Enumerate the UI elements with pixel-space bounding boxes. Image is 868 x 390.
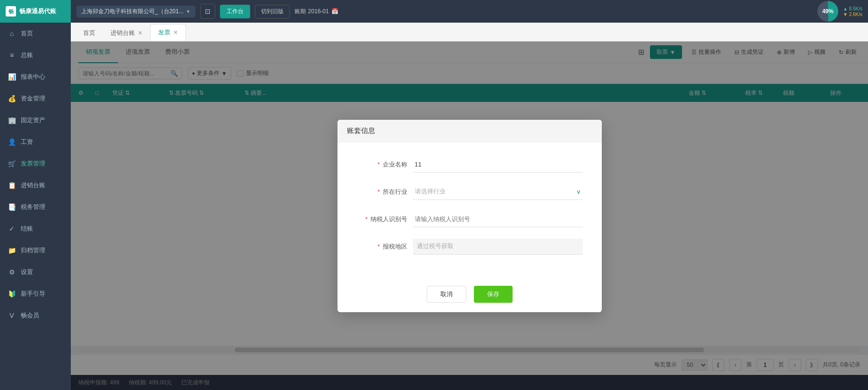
- industry-label: * 所在行业: [356, 188, 413, 196]
- sidebar-item-label: 新手引导: [21, 290, 45, 298]
- sidebar-item-label: 工资: [21, 138, 33, 146]
- sidebar-item-label: 报表中心: [21, 73, 45, 81]
- tab-home-label: 首页: [83, 29, 95, 37]
- sidebar-item-assets[interactable]: 🏢 固定资产: [0, 109, 71, 131]
- company-selector[interactable]: 上海卯金刀电子科技有限公司_（台201... ▼: [76, 6, 195, 17]
- sidebar-item-archive[interactable]: 📁 归档管理: [0, 240, 71, 261]
- tab-close-icon[interactable]: ✕: [138, 30, 143, 36]
- sidebar-nav: ⌂ 首页 ≡ 总账 📊 报表中心 💰 资金管理 🏢 固定资产 👤 工资 🛒 发票…: [0, 23, 71, 390]
- print-icon: ⊡: [205, 8, 211, 15]
- sidebar-item-sales-ledger[interactable]: 📋 进销台账: [0, 174, 71, 196]
- guide-icon: 🔰: [8, 290, 16, 298]
- company-name: 上海卯金刀电子科技有限公司_（台201...: [81, 8, 184, 16]
- tab-invoice[interactable]: 发票 ✕: [150, 24, 186, 41]
- sidebar-item-label: 固定资产: [21, 116, 45, 124]
- industry-select[interactable]: 请选择行业 ∨: [413, 184, 583, 200]
- content-area: 销项发票 进项发票 费用小票 ⊞ 取票 ▼ ☰ 批量操作 ⊟: [71, 41, 868, 390]
- sidebar-item-label: 畅会员: [21, 311, 39, 320]
- app-name: 畅康通易代账: [19, 7, 56, 16]
- form-row-tax-region: * 报税地区 通过税号获取: [356, 239, 583, 255]
- tabs-bar: 首页 进销台账 ✕ 发票 ✕: [71, 23, 868, 41]
- tax-id-input[interactable]: [413, 211, 583, 227]
- top-header: 上海卯金刀电子科技有限公司_（台201... ▼ ⊡ 工作台 切到旧版 账期 2…: [71, 0, 868, 23]
- sales-ledger-icon: 📋: [8, 182, 16, 189]
- sidebar-item-vip[interactable]: V 畅会员: [0, 305, 71, 326]
- tax-region-input: 通过税号获取: [413, 239, 583, 255]
- home-icon: ⌂: [8, 30, 16, 37]
- modal-footer: 取消 保存: [337, 280, 602, 312]
- modal-body: * 企业名称 * 所在行业 请选择行业 ∨: [337, 142, 602, 280]
- close-period-icon: ✓: [8, 225, 16, 232]
- download-speed: ▼ 2.6K/s: [843, 12, 862, 17]
- period-value: 2016-01: [308, 8, 329, 15]
- cancel-button[interactable]: 取消: [427, 286, 466, 303]
- invoice-icon: 🛒: [8, 160, 16, 167]
- sidebar-item-label: 发票管理: [21, 159, 45, 168]
- tab-home[interactable]: 首页: [76, 25, 103, 41]
- form-row-company-name: * 企业名称: [356, 157, 583, 173]
- company-name-label: * 企业名称: [356, 160, 413, 169]
- form-row-tax-id: * 纳税人识别号: [356, 211, 583, 227]
- industry-placeholder: 请选择行业: [415, 187, 446, 196]
- progress-pct: 49%: [822, 8, 834, 15]
- modal-title: 账套信息: [337, 120, 602, 142]
- tab-close-icon[interactable]: ✕: [173, 29, 178, 36]
- sidebar-item-label: 结账: [21, 224, 33, 233]
- sidebar-item-ledger[interactable]: ≡ 总账: [0, 44, 71, 66]
- settings-icon: ⚙: [8, 268, 16, 276]
- sidebar-item-home[interactable]: ⌂ 首页: [0, 23, 71, 44]
- sidebar-item-label: 首页: [21, 29, 33, 38]
- network-speed: ▲ 8.5K/s ▼ 2.6K/s: [843, 6, 862, 17]
- modal-overlay: 账套信息 * 企业名称 * 所在行: [71, 41, 868, 390]
- progress-circle: 49%: [817, 1, 838, 22]
- sidebar-item-payroll[interactable]: 👤 工资: [0, 131, 71, 153]
- tax-icon: 📑: [8, 203, 16, 211]
- sidebar-item-funds[interactable]: 💰 资金管理: [0, 88, 71, 109]
- sidebar-item-guide[interactable]: 🔰 新手引导: [0, 283, 71, 305]
- vip-icon: V: [8, 312, 16, 319]
- tab-sales-label: 进销台账: [110, 29, 135, 37]
- archive-icon: 📁: [8, 247, 16, 254]
- sidebar-item-label: 设置: [21, 268, 33, 276]
- tab-invoice-label: 发票: [158, 28, 170, 37]
- calendar-icon: 📅: [331, 8, 338, 15]
- assets-icon: 🏢: [8, 116, 16, 124]
- app-logo: 畅 畅康通易代账: [0, 0, 71, 23]
- sidebar-item-label: 资金管理: [21, 94, 45, 103]
- workbench-button[interactable]: 工作台: [220, 5, 250, 18]
- sidebar-item-settings[interactable]: ⚙ 设置: [0, 261, 71, 283]
- sidebar-item-label: 税务管理: [21, 203, 45, 211]
- sidebar-item-close[interactable]: ✓ 结账: [0, 218, 71, 240]
- sidebar-item-label: 进销台账: [21, 181, 45, 190]
- print-button[interactable]: ⊡: [200, 4, 215, 19]
- period-display: 账期 2016-01 📅: [295, 8, 338, 16]
- company-name-input[interactable]: [413, 157, 583, 173]
- sidebar-item-invoice[interactable]: 🛒 发票管理: [0, 153, 71, 174]
- sidebar-item-label: 总账: [21, 51, 33, 59]
- main-area: 上海卯金刀电子科技有限公司_（台201... ▼ ⊡ 工作台 切到旧版 账期 2…: [71, 0, 868, 390]
- funds-icon: 💰: [8, 95, 16, 102]
- sidebar-item-label: 归档管理: [21, 246, 45, 255]
- period-text: 账期: [295, 8, 306, 16]
- reports-icon: 📊: [8, 73, 16, 81]
- ledger-icon: ≡: [8, 51, 16, 59]
- tax-id-label: * 纳税人识别号: [356, 215, 413, 224]
- tax-region-label: * 报税地区: [356, 242, 413, 251]
- sidebar-item-reports[interactable]: 📊 报表中心: [0, 66, 71, 88]
- company-dropdown-icon: ▼: [186, 9, 191, 14]
- save-button[interactable]: 保存: [474, 286, 513, 303]
- sidebar-item-tax[interactable]: 📑 税务管理: [0, 196, 71, 218]
- chevron-down-icon: ∨: [576, 188, 581, 195]
- tab-sales-ledger[interactable]: 进销台账 ✕: [103, 25, 150, 41]
- payroll-icon: 👤: [8, 138, 16, 146]
- account-info-modal: 账套信息 * 企业名称 * 所在行: [337, 120, 602, 312]
- switch-old-version-button[interactable]: 切到旧版: [255, 5, 290, 18]
- upload-speed: ▲ 8.5K/s: [843, 6, 862, 11]
- logo-icon: 畅: [6, 6, 16, 17]
- sidebar: 畅 畅康通易代账 ⌂ 首页 ≡ 总账 📊 报表中心 💰 资金管理 🏢 固定资产 …: [0, 0, 71, 390]
- form-row-industry: * 所在行业 请选择行业 ∨: [356, 184, 583, 200]
